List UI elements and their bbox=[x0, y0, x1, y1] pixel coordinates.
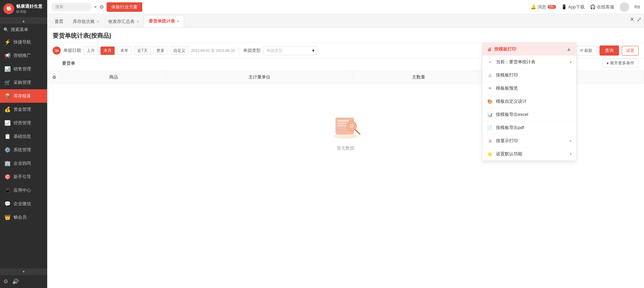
search-menu[interactable]: 🔍 搜索菜单 bbox=[0, 24, 47, 35]
svg-rect-2 bbox=[337, 120, 349, 122]
dropdown-template-preview[interactable]: 👁 模板板预览 bbox=[482, 82, 576, 95]
notifications-button[interactable]: 🔔 消息 99+ bbox=[531, 4, 556, 10]
default-function-chevron-icon: ▾ bbox=[570, 152, 572, 156]
toolbar-separator bbox=[239, 47, 239, 54]
speaker-bottom-icon[interactable]: 🔊 bbox=[12, 278, 19, 285]
app-center-icon: 📱 bbox=[4, 187, 11, 194]
sidebar-item-basic-info[interactable]: 📋 基础信息 bbox=[0, 130, 47, 143]
date-btn-this-month[interactable]: 本月 bbox=[100, 46, 115, 55]
tab-receivable-summary[interactable]: 收发存汇总表 × bbox=[104, 16, 143, 27]
page-title: 要货单统计表(按商品) bbox=[53, 32, 639, 40]
tab-order-stats[interactable]: 要货单统计表 × bbox=[144, 15, 184, 27]
date-label: 单据日期 bbox=[63, 47, 81, 54]
sidebar-bottom: ⚙ 🔊 bbox=[0, 275, 47, 288]
topbar-gear-icon[interactable]: ⚙ bbox=[99, 4, 104, 10]
order-type-value: 单据类型 bbox=[266, 48, 283, 54]
export-pdf-icon: 📄 bbox=[487, 125, 493, 130]
enterprise-wechat-icon: 💬 bbox=[4, 200, 11, 207]
query-button[interactable]: 查询 bbox=[599, 45, 619, 56]
date-btn-last-month[interactable]: 上月 bbox=[84, 46, 98, 55]
tab-order-stats-label: 要货单统计表 bbox=[149, 18, 175, 24]
sidebar-item-label: 应用中心 bbox=[13, 187, 31, 193]
sidebar-item-inventory[interactable]: 📦 库存核算 bbox=[0, 89, 47, 103]
tab-home[interactable]: 首页 bbox=[50, 16, 68, 27]
app-sub: 标准版 bbox=[16, 9, 42, 14]
sidebar-item-enterprise-wechat[interactable]: 💬 企业微信 bbox=[0, 197, 47, 211]
guide-icon: 🎯 bbox=[4, 173, 11, 180]
current-template-label: 当前：要货单统计表 bbox=[496, 59, 535, 65]
sidebar-item-purchase[interactable]: 🛒 采购管理 bbox=[0, 76, 47, 89]
sidebar-item-label: 采购管理 bbox=[13, 79, 31, 86]
settings-bottom-icon[interactable]: ⚙ bbox=[3, 278, 8, 285]
refresh-button[interactable]: ↺ 刷新 bbox=[575, 46, 597, 56]
topbar-chevron-icon[interactable]: ▾ bbox=[94, 4, 97, 9]
export-pdf-label: 按模板导出pdf bbox=[496, 125, 524, 131]
tab-order-stats-close[interactable]: × bbox=[177, 19, 179, 23]
sidebar-item-operation[interactable]: 📈 经营管理 bbox=[0, 116, 47, 130]
template-custom-label: 模板自定义设计 bbox=[496, 98, 527, 104]
dropdown-template-export-excel[interactable]: 📊 按模板导出excel bbox=[482, 108, 576, 121]
display-print-chevron-icon: ▾ bbox=[570, 139, 572, 143]
svg-rect-4 bbox=[337, 125, 348, 126]
online-service-button[interactable]: 🎧 在线客服 bbox=[590, 4, 614, 10]
sidebar-item-guide[interactable]: 🎯 新手引导 bbox=[0, 170, 47, 184]
window-maximize-icon[interactable]: ⤢ bbox=[637, 16, 641, 23]
tab-receivable-summary-close[interactable]: × bbox=[137, 20, 139, 24]
topbar-search-box[interactable]: 搜索 bbox=[51, 3, 92, 11]
template-preview-icon: 👁 bbox=[487, 86, 493, 91]
tab-inventory-batch[interactable]: 库存批次账 × bbox=[68, 16, 104, 27]
app-download-button[interactable]: 📱 App下载 bbox=[561, 4, 585, 10]
date-range-display: 2023-06-01 至 2023-06-30 bbox=[191, 48, 235, 53]
sidebar-item-finance[interactable]: 💰 资金管理 bbox=[0, 103, 47, 116]
sidebar-item-app-center[interactable]: 📱 应用中心 bbox=[0, 184, 47, 197]
scroll-down-btn[interactable]: ▼ bbox=[0, 268, 47, 275]
member-icon: 👑 bbox=[4, 214, 11, 221]
expand-sidebar-button[interactable]: ≫ bbox=[53, 46, 61, 55]
sidebar-item-quick-nav[interactable]: ⚡ 快捷导航 bbox=[0, 35, 47, 49]
date-btn-more[interactable]: 更多 bbox=[153, 46, 168, 55]
sidebar-nav: ⚡ 快捷导航 📢 营销推广 📊 销售管理 🛒 采购管理 📦 库存核算 💰 资金管… bbox=[0, 35, 47, 268]
tab-inventory-batch-close[interactable]: × bbox=[97, 20, 99, 24]
export-excel-icon: 📊 bbox=[487, 112, 493, 117]
sidebar-item-label: 销售管理 bbox=[13, 66, 31, 72]
print-dropdown-close-icon[interactable]: ▲ bbox=[566, 46, 572, 52]
empty-icon bbox=[329, 111, 362, 141]
dropdown-default-function[interactable]: ⭐ 设置默认功能 ▾ bbox=[482, 148, 576, 161]
sidebar-item-enterprise[interactable]: 🏢 企业协同 bbox=[0, 157, 47, 170]
notifications-badge: 99+ bbox=[548, 5, 556, 9]
app-download-label: App下载 bbox=[568, 4, 585, 10]
topbar: 搜索 ▾ ⚙ 体验行业方案 🔔 消息 99+ 📱 App下载 🎧 在线客服 Ri… bbox=[47, 0, 644, 14]
sidebar: 畅 畅康通好生意 标准版 ▲ 🔍 搜索菜单 ⚡ 快捷导航 📢 营销推广 📊 销售… bbox=[0, 0, 47, 288]
sidebar-item-marketing[interactable]: 📢 营销推广 bbox=[0, 49, 47, 62]
col-settings[interactable]: ⚙ bbox=[48, 71, 61, 84]
col-goods: 商品 bbox=[61, 71, 167, 84]
sidebar-item-sales[interactable]: 📊 销售管理 bbox=[0, 62, 47, 76]
dropdown-template-export-pdf[interactable]: 📄 按模板导出pdf bbox=[482, 121, 576, 134]
sidebar-item-system[interactable]: ⚙️ 系统管理 bbox=[0, 143, 47, 157]
date-btn-this-year[interactable]: 本年 bbox=[117, 46, 131, 55]
order-type-select[interactable]: 单据类型 ▾ bbox=[263, 46, 317, 55]
date-btn-7days[interactable]: 近7天 bbox=[134, 46, 151, 55]
dropdown-template-print[interactable]: 🖨 按模板打印 bbox=[482, 69, 576, 82]
industry-solution-button[interactable]: 体验行业方案 bbox=[107, 2, 142, 12]
date-btn-custom[interactable]: 自定义 bbox=[170, 46, 188, 55]
settings-button[interactable]: 设置 bbox=[622, 46, 639, 56]
col-quantity: 主数量 bbox=[352, 71, 485, 84]
window-close-icon[interactable]: ✕ bbox=[630, 16, 634, 23]
sidebar-logo: 畅 畅康通好生意 标准版 bbox=[0, 0, 47, 18]
expand-icon: ▾ bbox=[607, 61, 609, 66]
dropdown-display-print[interactable]: 🖥 按显示打印 ▾ bbox=[482, 134, 576, 148]
scroll-up-btn[interactable]: ▲ bbox=[0, 18, 47, 24]
svg-rect-3 bbox=[337, 123, 347, 124]
dropdown-current-template[interactable]: ▪ 当前：要货单统计表 ▾ bbox=[482, 56, 576, 69]
window-controls: ✕ ⤢ bbox=[630, 16, 641, 23]
order-type-label: 单据类型 bbox=[243, 47, 261, 54]
sidebar-item-label: 新手引导 bbox=[13, 174, 31, 180]
tab-home-label: 首页 bbox=[55, 19, 63, 25]
expand-filters-button[interactable]: ▾ 展开更多条件 bbox=[602, 59, 639, 68]
sidebar-item-label: 资金管理 bbox=[13, 106, 31, 113]
page-content: 要货单统计表(按商品) ≫ 单据日期 上月 本月 本年 近7天 更多 自定义 2… bbox=[47, 28, 644, 288]
dropdown-template-custom[interactable]: 🎨 模板自定义设计 bbox=[482, 95, 576, 108]
sidebar-item-member[interactable]: 👑 畅会员 bbox=[0, 211, 47, 224]
avatar[interactable] bbox=[620, 2, 629, 12]
